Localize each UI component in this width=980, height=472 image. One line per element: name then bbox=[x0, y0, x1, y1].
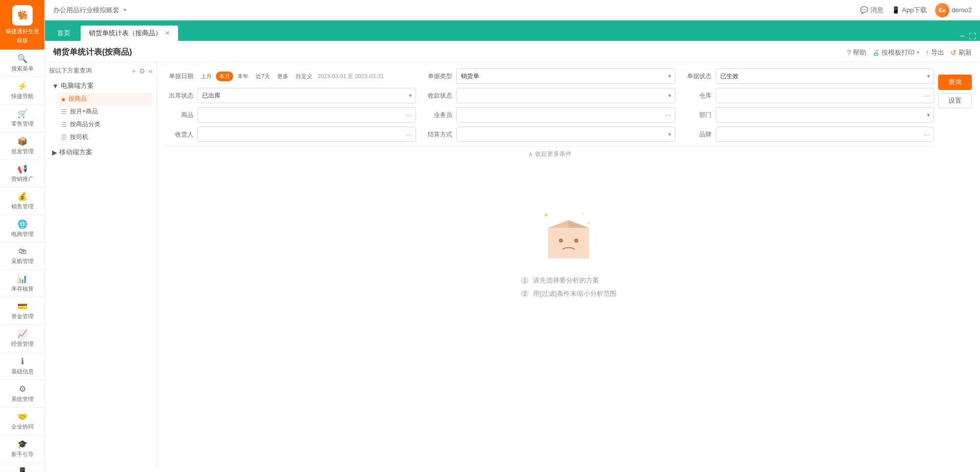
tab-close-icon[interactable]: ✕ bbox=[165, 30, 170, 37]
filter-row4: 收货人 ··· 结算方式 ▾ bbox=[165, 127, 934, 142]
tab-maximize-icon[interactable]: ⛶ bbox=[969, 32, 976, 40]
empty-tip-1: 1 请先选择要分析的方案 bbox=[521, 276, 616, 285]
sidebar-item-purchase[interactable]: 🛍 采购管理 bbox=[0, 243, 44, 270]
panel-settings-icon[interactable]: ⚙ bbox=[139, 67, 145, 75]
date-tab-thisyear[interactable]: 本年 bbox=[234, 72, 252, 81]
print-button[interactable]: 🖨 按模板打印 ▾ bbox=[872, 48, 919, 57]
tree-mobile-arrow: ▶ bbox=[52, 149, 57, 156]
sidebar-item-sales[interactable]: 💰 销售管理 bbox=[0, 187, 44, 215]
quicknav-icon: ⚡ bbox=[17, 81, 28, 91]
panel-collapse-icon[interactable]: « bbox=[149, 67, 153, 75]
salesperson-dots-icon[interactable]: ··· bbox=[665, 111, 671, 119]
receiver-control: ··· bbox=[198, 127, 416, 142]
date-tab-lastmonth[interactable]: 上月 bbox=[198, 72, 215, 81]
tree-desktop-children: ● 按商品 ☰ 按月+商品 ☰ 按商品分类 ☰ bbox=[49, 92, 153, 144]
payment-status-input[interactable] bbox=[456, 88, 675, 103]
panel-title-text: 按以下方案查询 bbox=[49, 66, 92, 75]
username: demo2 bbox=[951, 6, 972, 14]
app-download-action[interactable]: 📱 App下载 bbox=[892, 6, 927, 15]
filter-row2: 出库状态 ▾ 收款状态 ▾ bbox=[165, 88, 934, 103]
sidebar-basic-label: 基础信息 bbox=[11, 368, 34, 375]
sidebar-item-basic[interactable]: ℹ 基础信息 bbox=[0, 352, 44, 380]
collapse-label: 收起更多条件 bbox=[535, 150, 572, 158]
tree-mobile-parent[interactable]: ▶ 移动端方案 bbox=[49, 146, 153, 159]
filter-main: 单据日期 上月 本月 本年 近7天 更多 自定义 bbox=[165, 68, 934, 161]
tab-home[interactable]: 首页 bbox=[49, 26, 79, 41]
tree-child-by-category[interactable]: ☰ 按商品分类 bbox=[57, 118, 153, 131]
purchase-icon: 🛍 bbox=[18, 247, 27, 256]
warehouse-label: 仓库 bbox=[683, 91, 712, 100]
sidebar-item-guide[interactable]: 🎓 新手引导 bbox=[0, 435, 44, 463]
user-action[interactable]: Ea demo2 bbox=[935, 3, 972, 17]
collapse-bar[interactable]: ∧ 收起更多条件 bbox=[165, 146, 934, 161]
query-button[interactable]: 查询 bbox=[938, 75, 972, 90]
sidebar-item-quicknav[interactable]: ⚡ 快捷导航 bbox=[0, 77, 44, 105]
tab-bar: 首页 销货单统计表（按商品） ✕ − ⛶ bbox=[45, 20, 980, 41]
department-filter-row: 部门 ▾ bbox=[683, 107, 934, 123]
receiver-input[interactable] bbox=[198, 127, 416, 142]
right-panel: 单据日期 上月 本月 本年 近7天 更多 自定义 bbox=[157, 62, 980, 468]
status-filter-input[interactable] bbox=[716, 68, 934, 84]
sidebar-item-finance[interactable]: 💳 资金管理 bbox=[0, 297, 44, 325]
tab-minimize-icon[interactable]: − bbox=[960, 32, 965, 41]
department-input[interactable] bbox=[716, 107, 934, 123]
empty-tips: 1 请先选择要分析的方案 2 用[过滤]条件来缩小分析范围 bbox=[521, 276, 616, 298]
type-filter-control: ▾ bbox=[456, 68, 675, 84]
warehouse-status-filter-row: 出库状态 ▾ bbox=[165, 88, 416, 103]
warehouse-dots-icon[interactable]: ··· bbox=[924, 91, 930, 100]
message-action[interactable]: 💬 消息 bbox=[860, 6, 884, 15]
sidebar-item-retail[interactable]: 🛒 零售管理 bbox=[0, 105, 44, 132]
tree-child-by-product[interactable]: ● 按商品 bbox=[57, 92, 153, 105]
salesperson-input[interactable] bbox=[456, 107, 675, 123]
by-driver-label: 按司机 bbox=[70, 133, 88, 141]
svg-text:✦: ✦ bbox=[581, 211, 585, 216]
date-tab-more[interactable]: 更多 bbox=[274, 72, 291, 81]
breadcrumb-dropdown[interactable]: ▾ bbox=[124, 7, 127, 13]
message-icon: 💬 bbox=[860, 6, 868, 14]
panel-add-icon[interactable]: + bbox=[132, 67, 136, 75]
status-filter-label: 单据状态 bbox=[683, 72, 712, 81]
sidebar-item-ecommerce[interactable]: 🌐 电商管理 bbox=[0, 215, 44, 243]
warehouse-status-input[interactable] bbox=[198, 88, 416, 103]
wholesale-icon: 📦 bbox=[17, 136, 28, 146]
product-dots-icon[interactable]: ··· bbox=[406, 111, 412, 119]
svg-rect-0 bbox=[548, 228, 589, 258]
warehouse-status-control: ▾ bbox=[198, 88, 416, 103]
date-tab-custom[interactable]: 自定义 bbox=[292, 72, 315, 81]
product-input[interactable] bbox=[198, 107, 416, 123]
header-left: 办公用品行业模拟账套 ▾ bbox=[53, 6, 127, 15]
product-control: ··· bbox=[198, 107, 416, 123]
sidebar-item-enterprise[interactable]: 🤝 企业协同 bbox=[0, 408, 44, 435]
sidebar-item-wholesale[interactable]: 📦 批发管理 bbox=[0, 132, 44, 160]
appcenter-icon: 📱 bbox=[17, 467, 28, 472]
warehouse-input[interactable] bbox=[716, 88, 934, 103]
payment-method-input[interactable] bbox=[456, 127, 675, 142]
brand-input[interactable] bbox=[716, 127, 934, 142]
sidebar-item-system[interactable]: ⚙ 系统管理 bbox=[0, 380, 44, 408]
export-button[interactable]: ↑ 导出 bbox=[925, 48, 944, 57]
receiver-dots-icon[interactable]: ··· bbox=[406, 130, 412, 138]
sidebar-item-operations[interactable]: 📈 经营管理 bbox=[0, 325, 44, 352]
tree-desktop-parent[interactable]: ▼ 电脑端方案 bbox=[49, 79, 153, 92]
tab-sales-stats[interactable]: 销货单统计表（按商品） ✕ bbox=[81, 26, 178, 41]
refresh-button[interactable]: ↺ 刷新 bbox=[950, 48, 972, 57]
sidebar-item-appcenter[interactable]: 📱 应用中心 bbox=[0, 463, 44, 472]
svg-text:✦: ✦ bbox=[586, 221, 591, 226]
sidebar-sales-label: 销售管理 bbox=[11, 203, 34, 210]
sidebar-item-search[interactable]: 🔍 搜索菜单 bbox=[0, 50, 44, 77]
setting-button[interactable]: 设置 bbox=[938, 93, 972, 108]
date-tab-thismonth[interactable]: 本月 bbox=[216, 72, 233, 81]
by-month-product-label: 按月+商品 bbox=[70, 107, 98, 116]
help-button[interactable]: ? 帮助 bbox=[847, 48, 866, 57]
brand-dots-icon[interactable]: ··· bbox=[924, 130, 930, 138]
search-nav-icon: 🔍 bbox=[17, 54, 28, 63]
product-label: 商品 bbox=[165, 111, 193, 120]
tree-child-by-month-product[interactable]: ☰ 按月+商品 bbox=[57, 105, 153, 118]
brand-control: ··· bbox=[716, 127, 934, 142]
tree-child-by-driver[interactable]: ☰ 按司机 bbox=[57, 131, 153, 144]
type-filter-input[interactable] bbox=[456, 68, 675, 84]
sidebar-item-inventory[interactable]: 📊 库存核算 bbox=[0, 270, 44, 297]
date-tab-7days[interactable]: 近7天 bbox=[253, 72, 273, 81]
payment-status-label: 收款状态 bbox=[424, 91, 452, 100]
sidebar-item-marketing[interactable]: 📢 营销推广 bbox=[0, 160, 44, 187]
